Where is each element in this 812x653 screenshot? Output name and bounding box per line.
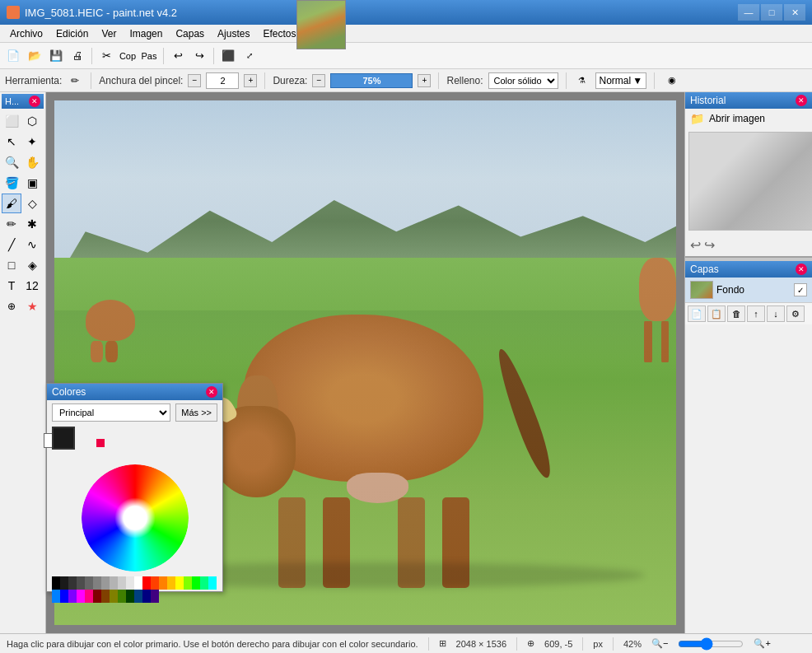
palette-color-swatch[interactable]: [134, 590, 142, 603]
zoom-slider[interactable]: [678, 637, 744, 651]
palette-color-swatch[interactable]: [142, 590, 151, 603]
pan-tool[interactable]: ✋: [22, 152, 42, 172]
select-lasso-tool[interactable]: ⬡: [22, 111, 42, 131]
current-tool-icon[interactable]: ✏: [67, 72, 83, 89]
palette-color-swatch[interactable]: [60, 590, 68, 603]
layers-close-button[interactable]: ✕: [796, 264, 807, 275]
shapes-rect-tool[interactable]: □: [2, 255, 21, 275]
palette-color-swatch[interactable]: [77, 576, 85, 590]
palette-color-swatch[interactable]: [93, 590, 101, 603]
blend-mode-dropdown[interactable]: Normal ▼: [595, 72, 647, 89]
save-button[interactable]: 💾: [46, 46, 66, 66]
brush-width-increase[interactable]: +: [244, 74, 257, 87]
palette-color-swatch[interactable]: [126, 590, 134, 603]
menu-edicion[interactable]: Edición: [49, 26, 95, 41]
palette-color-swatch[interactable]: [101, 590, 110, 603]
hardness-decrease[interactable]: −: [312, 74, 325, 87]
palette-color-swatch[interactable]: [101, 576, 110, 590]
palette-color-swatch[interactable]: [110, 590, 118, 603]
toolbox-close-button[interactable]: ✕: [29, 96, 40, 107]
eraser-tool[interactable]: ◇: [22, 194, 42, 213]
zoom-out-button[interactable]: 🔍−: [651, 638, 668, 649]
number-text-tool[interactable]: 12: [22, 276, 42, 296]
history-close-button[interactable]: ✕: [796, 95, 807, 106]
resize-button[interactable]: ⤢: [240, 46, 259, 66]
crop-button[interactable]: ⬛: [218, 46, 238, 66]
palette-color-swatch[interactable]: [167, 576, 175, 590]
menu-ajustes[interactable]: Ajustes: [211, 26, 256, 41]
colors-panel-header[interactable]: Colores ✕: [47, 384, 222, 400]
color-type-dropdown[interactable]: Principal Secundario: [52, 403, 170, 422]
open-button[interactable]: 📂: [25, 46, 44, 66]
color-wheel[interactable]: [82, 464, 189, 571]
maximize-button[interactable]: □: [761, 4, 782, 21]
palette-color-swatch[interactable]: [151, 576, 159, 590]
layer-up-button[interactable]: ↑: [747, 306, 765, 322]
zoom-tool[interactable]: 🔍: [2, 152, 21, 172]
palette-color-swatch[interactable]: [93, 576, 101, 590]
layer-properties-button[interactable]: ⚙: [786, 306, 805, 322]
copy-button[interactable]: Cop: [118, 46, 138, 66]
palette-color-swatch[interactable]: [118, 590, 126, 603]
zoom-in-button[interactable]: 🔍+: [754, 638, 770, 649]
layer-visibility-checkbox[interactable]: ✓: [794, 283, 807, 296]
brush-tool[interactable]: 🖌: [2, 194, 21, 213]
menu-archivo[interactable]: Archivo: [3, 26, 49, 41]
palette-color-swatch[interactable]: [68, 576, 77, 590]
palette-color-swatch[interactable]: [118, 576, 126, 590]
pencil-tool[interactable]: ✏: [2, 214, 21, 234]
menu-capas[interactable]: Capas: [169, 26, 211, 41]
layer-item[interactable]: Fondo ✓: [685, 278, 812, 302]
palette-color-swatch[interactable]: [52, 590, 60, 603]
hardness-bar[interactable]: 75%: [330, 73, 413, 88]
palette-color-swatch[interactable]: [110, 576, 118, 590]
menu-imagen[interactable]: Imagen: [123, 26, 169, 41]
hardness-increase[interactable]: +: [418, 74, 431, 87]
palette-color-swatch[interactable]: [175, 576, 184, 590]
palette-color-swatch[interactable]: [85, 576, 93, 590]
magic-wand-tool[interactable]: ✦: [22, 132, 42, 152]
palette-color-swatch[interactable]: [192, 576, 200, 590]
paint-bucket-tool[interactable]: 🪣: [2, 173, 21, 193]
curve-tool[interactable]: ∿: [22, 235, 42, 254]
close-button[interactable]: ✕: [784, 4, 805, 21]
color-pickup-tool[interactable]: ▣: [22, 173, 42, 193]
line-tool[interactable]: ╱: [2, 235, 21, 254]
swap-colors-icon[interactable]: [96, 439, 105, 447]
menu-ver[interactable]: Ver: [95, 26, 123, 41]
print-button[interactable]: 🖨: [68, 46, 87, 66]
color-more-button[interactable]: Más >>: [175, 403, 217, 422]
palette-color-swatch[interactable]: [68, 590, 77, 603]
palette-color-swatch[interactable]: [159, 576, 167, 590]
blend-icon[interactable]: ⚗: [574, 71, 590, 91]
fill-dropdown[interactable]: Color sólido: [488, 72, 558, 89]
paste-button[interactable]: Pas: [139, 46, 159, 66]
foreground-color-swatch[interactable]: [52, 427, 75, 450]
palette-color-swatch[interactable]: [126, 576, 134, 590]
redo-button[interactable]: ↪: [189, 46, 209, 66]
palette-color-swatch[interactable]: [184, 576, 192, 590]
palette-color-swatch[interactable]: [52, 576, 60, 590]
shapes-tool[interactable]: ◈: [22, 255, 42, 275]
layer-add-button[interactable]: 📄: [688, 306, 706, 322]
palette-color-swatch[interactable]: [208, 576, 217, 590]
select-rect-tool[interactable]: ⬜: [2, 111, 21, 131]
layer-duplicate-button[interactable]: 📋: [707, 306, 726, 322]
palette-color-swatch[interactable]: [85, 590, 93, 603]
layer-down-button[interactable]: ↓: [767, 306, 785, 322]
new-button[interactable]: 📄: [3, 46, 23, 66]
gradient-tool[interactable]: ⊕: [2, 296, 21, 316]
opacity-icon[interactable]: ◉: [662, 71, 682, 91]
text-tool[interactable]: T: [2, 276, 21, 296]
palette-color-swatch[interactable]: [77, 590, 85, 603]
redo-history-button[interactable]: ↪: [704, 237, 715, 253]
history-item[interactable]: 📁 Abrir imagen: [685, 109, 812, 128]
move-tool[interactable]: ↖: [2, 132, 21, 152]
palette-color-swatch[interactable]: [151, 590, 159, 603]
colors-close-button[interactable]: ✕: [206, 386, 217, 398]
color-wheel-selector[interactable]: [129, 517, 136, 524]
palette-color-swatch[interactable]: [200, 576, 208, 590]
undo-button[interactable]: ↩: [168, 46, 188, 66]
recolor-tool[interactable]: ★: [22, 296, 42, 316]
cut-button[interactable]: ✂: [96, 46, 116, 66]
